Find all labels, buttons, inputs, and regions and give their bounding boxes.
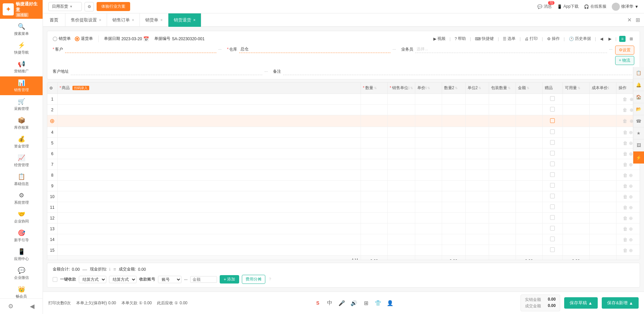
row-unit-2[interactable]	[387, 105, 415, 115]
staff-more-icon[interactable]: ···	[609, 47, 612, 52]
delete-row-1-icon[interactable]: 🗑	[623, 97, 627, 102]
add-payment-button[interactable]: + 添加	[220, 275, 239, 284]
delete-row-icon[interactable]: 🗑	[623, 173, 628, 178]
sidebar-item-wechat[interactable]: 💬 企业微信	[0, 264, 43, 283]
toolbar-person-icon[interactable]: 👤	[385, 298, 395, 308]
row-goods-2[interactable]	[57, 105, 361, 115]
account-select[interactable]: 账号	[158, 276, 181, 283]
sidebar-item-apps[interactable]: 📱 应用中心	[0, 245, 43, 264]
list-view-btn[interactable]: ⊞	[628, 36, 634, 42]
collapse-icon[interactable]: ◀	[27, 301, 37, 311]
delete-row-icon[interactable]: 🗑	[623, 162, 628, 167]
row-avail-1[interactable]	[562, 94, 589, 105]
rfp-bell-icon[interactable]: 🔔	[633, 79, 644, 91]
print-btn[interactable]: 🖨 打印	[523, 35, 539, 42]
user-menu[interactable]: 徐泽华 ▼	[612, 3, 639, 11]
row-price-1[interactable]	[415, 94, 442, 105]
row-unit2-2[interactable]	[465, 105, 489, 115]
discount-info-icon[interactable]: ℹ	[109, 267, 111, 272]
app-download-button[interactable]: 📱 App下载	[557, 4, 579, 9]
delete-row-icon[interactable]: 🗑	[623, 205, 628, 210]
tab-sale-return-close[interactable]: ×	[193, 18, 196, 22]
logistics-button[interactable]: + 物流	[615, 56, 634, 65]
delete-row-icon[interactable]: 🗑	[623, 151, 628, 156]
shortcut-btn[interactable]: ⌨ 快捷键	[474, 35, 495, 42]
tab-sale-price-close[interactable]: ×	[99, 18, 101, 22]
delete-row-icon[interactable]: 🗑	[623, 183, 628, 189]
th-settings[interactable]: ⚙	[47, 82, 57, 94]
tab-expand-icon[interactable]: ⊞	[634, 16, 641, 24]
row-price-2[interactable]	[415, 105, 442, 115]
one-key-payment-checkbox[interactable]	[53, 277, 57, 282]
copy-row-icon[interactable]: ⊕	[629, 194, 633, 199]
expense-button[interactable]: 费用分摊	[242, 275, 265, 284]
row-unit-add[interactable]	[387, 115, 415, 127]
rfp-star-icon[interactable]: ★	[633, 127, 644, 139]
toolbar-mic-icon[interactable]: 🎤	[337, 298, 346, 308]
add-row-button[interactable]: ⊕	[50, 117, 55, 125]
row-unit-1[interactable]	[387, 94, 415, 105]
sidebar-item-operation[interactable]: 📈 经营管理	[0, 151, 43, 170]
row-qty-1[interactable]	[361, 94, 387, 105]
rfp-note-icon[interactable]: 📋	[633, 67, 644, 79]
delete-row-add-icon[interactable]: 🗑	[623, 118, 627, 124]
goods-input-add[interactable]	[60, 119, 359, 124]
industry-select[interactable]: 日用百货 ▼	[48, 2, 82, 11]
settlement-method-select[interactable]: 结算方式	[79, 276, 106, 283]
row-amount-add[interactable]	[516, 115, 542, 127]
toolbar-voice-icon[interactable]: 🔊	[349, 298, 359, 308]
sidebar-item-search[interactable]: 🔍 搜索菜单	[0, 20, 43, 39]
rfp-active-icon[interactable]: ⚡	[633, 151, 644, 164]
staff-input[interactable]: 选择...	[415, 46, 607, 53]
row-amount-2[interactable]	[516, 105, 542, 115]
row-price-add[interactable]	[415, 115, 442, 127]
row-gift-add[interactable]	[542, 115, 562, 127]
copy-row-icon[interactable]: ⊕	[629, 162, 633, 167]
copy-row-icon[interactable]: ⊕	[629, 140, 633, 146]
address-input[interactable]	[71, 68, 262, 75]
row-qty2-1[interactable]	[442, 94, 465, 105]
copy-row-icon[interactable]: ⊕	[629, 237, 633, 242]
tab-sale-order-close[interactable]: ×	[132, 18, 134, 22]
save-new-button[interactable]: 保存&新增 ▲	[602, 297, 639, 309]
cost-info-icon[interactable]: ℹ	[608, 86, 609, 90]
sidebar-item-finance[interactable]: 💰 资金管理	[0, 133, 43, 151]
sidebar-item-member[interactable]: 👑 畅会员	[0, 283, 43, 298]
online-service-button[interactable]: 🎧 在线客服	[584, 4, 606, 9]
delete-row-icon[interactable]: 🗑	[623, 130, 628, 135]
rfp-image-icon[interactable]: 🖼	[633, 139, 644, 151]
copy-row-icon[interactable]: ⊕	[629, 151, 633, 156]
expense-info-icon[interactable]: ？	[268, 276, 272, 282]
tab-sale-price[interactable]: 售价提取设置 ×	[65, 13, 107, 27]
row-qty-add[interactable]	[361, 115, 387, 127]
row-unit2-add[interactable]	[465, 115, 489, 127]
delete-row-2-icon[interactable]: 🗑	[623, 107, 627, 113]
row-pack-add[interactable]	[489, 115, 516, 127]
radio-sale-bill[interactable]: 销货单	[53, 36, 71, 42]
delete-row-icon[interactable]: 🗑	[623, 237, 628, 242]
row-goods-add[interactable]	[57, 115, 361, 127]
rfp-home-icon[interactable]: 🏠	[633, 91, 644, 103]
sidebar-item-purchase[interactable]: 🛒 采购管理	[0, 95, 43, 114]
help-btn[interactable]: ? 帮助	[453, 35, 467, 42]
sidebar-item-shortcut[interactable]: ⚡ 快捷导航	[0, 39, 43, 58]
row-amount-1[interactable]	[516, 94, 542, 105]
customer-more-icon[interactable]: ···	[218, 47, 222, 52]
copy-row-icon[interactable]: ⊕	[629, 248, 633, 253]
toolbar-s-icon[interactable]: S	[313, 298, 322, 308]
bill-no-value[interactable]: SA-20230320-001	[172, 37, 204, 41]
toolbar-zh-icon[interactable]: 中	[325, 298, 334, 308]
operate-btn[interactable]: ⚙ 操作	[546, 35, 561, 42]
video-btn[interactable]: ▶ 视频	[432, 35, 447, 42]
copy-row-icon[interactable]: ⊕	[629, 130, 633, 135]
delete-row-icon[interactable]: 🗑	[623, 248, 628, 253]
tab-home[interactable]: 首页	[43, 13, 65, 27]
delete-row-icon[interactable]: 🗑	[623, 215, 628, 221]
row-qty2-2[interactable]	[442, 105, 465, 115]
warehouse-more-icon[interactable]: ···	[392, 47, 396, 52]
copy-row-icon[interactable]: ⊕	[629, 183, 633, 189]
sidebar-item-inventory[interactable]: 📦 库存核算	[0, 114, 43, 133]
row-qty-2[interactable]	[361, 105, 387, 115]
sidebar-item-guide[interactable]: 🎯 新手引导	[0, 227, 43, 245]
sidebar-item-system[interactable]: ⚙ 系统管理	[0, 189, 43, 208]
